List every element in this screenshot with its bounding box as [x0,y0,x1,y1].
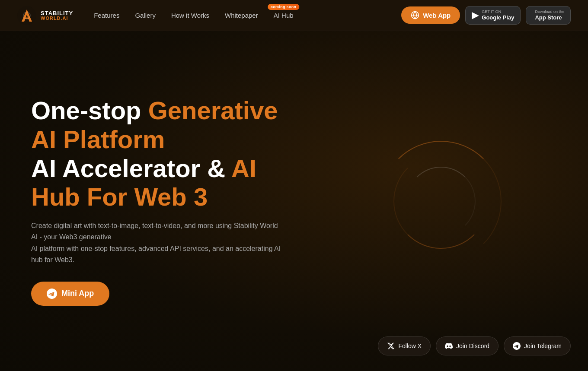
nav-links: Features Gallery How it Works Whitepaper… [94,12,293,19]
navbar-right: Web App ▶ GET IT ON Google Play Download… [401,6,571,24]
nav-link-features[interactable]: Features [94,12,119,19]
telegram-social-icon [513,342,521,350]
social-bar: Follow X Join Discord Join Telegram [378,336,571,355]
telegram-icon [47,289,57,299]
follow-x-button[interactable]: Follow X [378,336,431,355]
nav-link-gallery[interactable]: Gallery [135,12,156,19]
google-play-name: Google Play [482,14,514,21]
x-twitter-icon [387,342,395,350]
app-store-name: App Store [535,14,564,21]
svg-point-0 [17,6,36,25]
hero-content: One-stop Generative AI Platform AI Accel… [0,96,294,305]
join-telegram-button[interactable]: Join Telegram [504,336,571,355]
hero-title-line1: One-stop Generative AI Platform [31,96,294,154]
google-play-icon: ▶ [472,10,479,21]
logo-text: STABILITY WORLD.AI [41,10,73,21]
google-play-button[interactable]: ▶ GET IT ON Google Play [465,6,521,24]
mini-app-button[interactable]: Mini App [31,282,109,306]
google-play-text: GET IT ON Google Play [482,10,514,21]
join-discord-label: Join Discord [456,342,489,349]
nav-item-gallery[interactable]: Gallery [135,12,156,19]
nav-link-how-it-works[interactable]: How it Works [171,12,209,19]
google-play-sub: GET IT ON [482,10,514,14]
follow-x-label: Follow X [398,342,422,349]
coming-soon-badge: coming soon [268,4,299,10]
hero-title-line2: AI Accelerator & AI Hub For Web 3 [31,154,294,212]
navbar: STABILITY WORLD.AI Features Gallery How … [0,0,588,31]
nav-link-ai-hub[interactable]: AI Hub [274,12,294,19]
app-store-button[interactable]: Download on the App Store [526,6,571,24]
navbar-left: STABILITY WORLD.AI Features Gallery How … [17,6,294,25]
join-telegram-label: Join Telegram [524,342,562,349]
logo-stability: STABILITY [41,10,73,16]
logo-world-ai: WORLD.AI [41,16,73,21]
globe-icon [411,11,419,19]
hero-white-text-2: AI Accelerator & [31,154,225,182]
hero-section: One-stop Generative AI Platform AI Accel… [0,31,588,371]
web-app-button[interactable]: Web App [401,6,460,24]
logo-icon [17,6,36,25]
spinner-visual [380,141,502,262]
join-discord-button[interactable]: Join Discord [436,336,499,355]
hero-white-text-1: One-stop [31,96,141,124]
mini-app-label: Mini App [61,289,94,298]
nav-item-whitepaper[interactable]: Whitepaper [225,12,258,19]
web-app-label: Web App [423,12,451,19]
hero-description: Create digital art with text-to-image, t… [31,220,282,266]
discord-icon [445,342,453,350]
nav-item-features[interactable]: Features [94,12,119,19]
nav-link-whitepaper[interactable]: Whitepaper [225,12,258,19]
logo-link[interactable]: STABILITY WORLD.AI [17,6,73,25]
app-store-sub: Download on the [535,10,564,14]
nav-item-how-it-works[interactable]: How it Works [171,12,209,19]
ai-hub-container: coming soon AI Hub [274,12,294,19]
app-store-text: Download on the App Store [535,10,564,21]
nav-item-ai-hub[interactable]: coming soon AI Hub [274,12,294,19]
spinner-ring-3 [406,167,476,236]
